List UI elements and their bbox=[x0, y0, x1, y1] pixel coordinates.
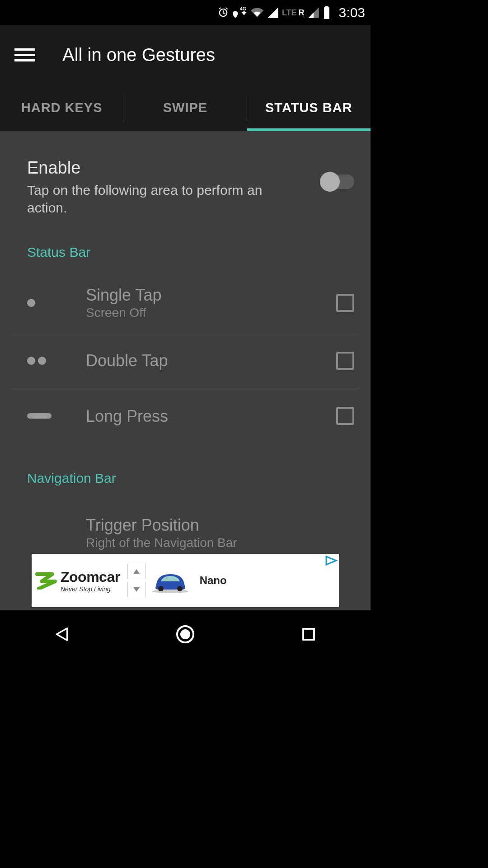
list-item-title: Trigger Position bbox=[86, 515, 354, 535]
system-status-bar: 4G LTE R 3:03 bbox=[0, 0, 371, 25]
list-item-trigger-position[interactable]: Trigger Position Right of the Navigation… bbox=[11, 499, 360, 554]
settings-content[interactable]: Enable Tap on the following area to perf… bbox=[0, 131, 371, 610]
tab-status-bar[interactable]: STATUS BAR bbox=[247, 84, 371, 131]
clock-time: 3:03 bbox=[339, 5, 365, 20]
ad-info-icon[interactable] bbox=[324, 555, 338, 566]
section-header-navigation-bar: Navigation Bar bbox=[11, 471, 360, 486]
chevron-down-icon[interactable] bbox=[127, 582, 145, 597]
ad-banner[interactable]: Zoomcar Never Stop Living Nano bbox=[32, 554, 339, 607]
double-tap-icon bbox=[27, 357, 70, 365]
home-button[interactable] bbox=[167, 616, 203, 652]
zoomcar-logo-icon bbox=[35, 571, 57, 590]
svg-point-1 bbox=[152, 590, 188, 593]
lte-indicator: LTE bbox=[282, 8, 297, 18]
tab-hard-keys[interactable]: HARD KEYS bbox=[0, 84, 123, 131]
app-bar: All in one Gestures bbox=[0, 25, 371, 84]
ad-model-label: Nano bbox=[200, 574, 227, 587]
recent-apps-button[interactable] bbox=[291, 616, 327, 652]
ad-tagline: Never Stop Living bbox=[61, 585, 120, 593]
wifi-call-4g-icon: 4G bbox=[232, 6, 248, 19]
tab-bar: HARD KEYS SWIPE STATUS BAR bbox=[0, 84, 371, 131]
double-tap-checkbox[interactable] bbox=[336, 352, 354, 370]
cellular-signal-icon bbox=[267, 6, 279, 19]
long-press-checkbox[interactable] bbox=[336, 407, 354, 425]
status-icons: 4G LTE R bbox=[217, 6, 331, 19]
list-item-title: Long Press bbox=[86, 406, 336, 426]
tab-label: SWIPE bbox=[163, 100, 207, 115]
list-item-double-tap[interactable]: Double Tap bbox=[11, 333, 360, 388]
page-title: All in one Gestures bbox=[62, 45, 215, 65]
cellular-signal-2-icon bbox=[307, 6, 320, 19]
list-item-title: Single Tap bbox=[86, 285, 336, 305]
single-tap-icon bbox=[27, 299, 70, 307]
tab-label: HARD KEYS bbox=[21, 100, 103, 115]
long-press-icon bbox=[27, 413, 70, 419]
list-item-long-press[interactable]: Long Press bbox=[11, 388, 360, 443]
wifi-icon bbox=[250, 6, 264, 19]
enable-title: Enable bbox=[27, 158, 322, 178]
list-item-subtitle: Right of the Navigation Bar bbox=[86, 536, 354, 550]
svg-point-3 bbox=[177, 586, 183, 591]
svg-point-2 bbox=[158, 586, 164, 591]
chevron-up-icon[interactable] bbox=[127, 564, 145, 579]
tab-swipe[interactable]: SWIPE bbox=[123, 84, 247, 131]
battery-icon bbox=[323, 6, 331, 19]
section-header-status-bar: Status Bar bbox=[11, 245, 360, 260]
ad-brand: Zoomcar bbox=[61, 569, 120, 585]
ad-stepper[interactable] bbox=[127, 564, 145, 597]
tab-label: STATUS BAR bbox=[265, 100, 352, 115]
svg-point-5 bbox=[180, 629, 190, 639]
list-item-single-tap[interactable]: Single Tap Screen Off bbox=[11, 273, 360, 333]
list-item-title: Double Tap bbox=[86, 351, 336, 370]
back-button[interactable] bbox=[44, 616, 80, 652]
enable-description: Tap on the following area to perform an … bbox=[27, 181, 280, 217]
roaming-indicator: R bbox=[299, 8, 305, 18]
alarm-icon bbox=[217, 6, 230, 19]
enable-toggle[interactable] bbox=[322, 175, 354, 189]
svg-rect-6 bbox=[303, 629, 314, 640]
system-navigation-bar bbox=[0, 610, 371, 658]
svg-text:4G: 4G bbox=[240, 6, 246, 11]
hamburger-menu-icon[interactable] bbox=[14, 48, 35, 61]
single-tap-checkbox[interactable] bbox=[336, 294, 354, 312]
ad-logo: Zoomcar Never Stop Living bbox=[35, 569, 120, 593]
list-item-subtitle: Screen Off bbox=[86, 306, 336, 320]
enable-row[interactable]: Enable Tap on the following area to perf… bbox=[11, 131, 360, 243]
car-icon bbox=[150, 568, 191, 593]
